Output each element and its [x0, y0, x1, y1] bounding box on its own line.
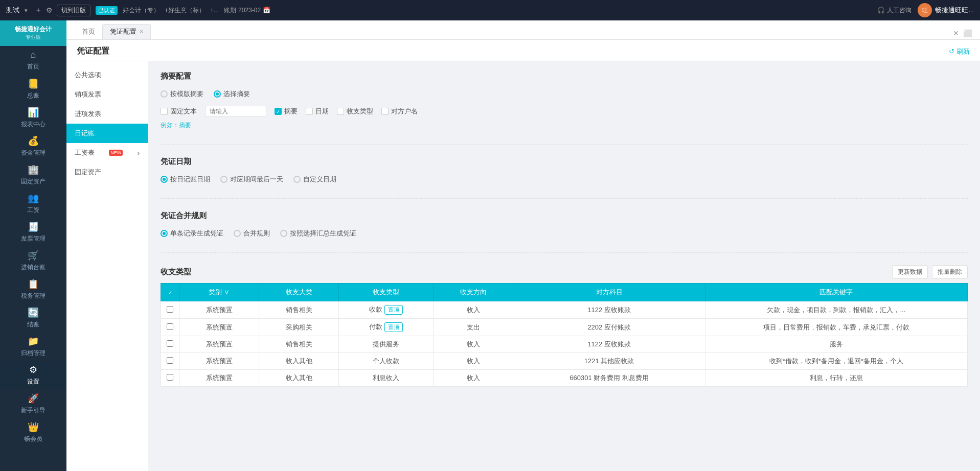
sidebar-item-salary[interactable]: 👥 工资: [0, 189, 66, 218]
sidebar-item-member[interactable]: 👑 畅会员: [0, 418, 66, 446]
sidebar-item-reports[interactable]: 📊 报表中心: [0, 103, 66, 132]
left-nav-payroll[interactable]: 工资表 NEW ›: [66, 143, 148, 162]
top-bar-actions: ＋ ⚙ 切到旧版: [35, 5, 90, 16]
row-checkbox-3[interactable]: [167, 357, 173, 364]
sidebar-item-purchase[interactable]: 🛒 进销台账: [0, 246, 66, 275]
merge-section-title: 凭证合并规则: [161, 211, 968, 221]
td-checkbox-4[interactable]: [161, 370, 179, 387]
row-checkbox-1[interactable]: [167, 323, 173, 330]
radio-period-last-circle: [220, 176, 227, 183]
consult-button[interactable]: 🎧 人工咨询: [877, 6, 911, 15]
radio-single-label: 单条记录生成凭证: [170, 229, 223, 238]
tab-voucher-config-label: 凭证配置: [110, 27, 136, 36]
purchase-icon: 🛒: [28, 250, 39, 261]
radio-journal-date[interactable]: 按日记账日期: [161, 175, 210, 184]
switch-version-btn[interactable]: 切到旧版: [57, 5, 90, 16]
settlement-icon: 🔄: [28, 307, 39, 318]
calendar-icon[interactable]: 📅: [263, 7, 270, 14]
td-keywords-1: 项目，日常费用，报销款，车费，承兑汇票，付款: [705, 319, 967, 336]
sidebar-item-archive[interactable]: 📁 归档管理: [0, 332, 66, 361]
checkbox-fixed-text[interactable]: 固定文本: [161, 107, 197, 116]
td-major-2: 销售相关: [259, 336, 339, 353]
checkbox-date-label: 日期: [315, 107, 329, 116]
sidebar-item-home[interactable]: ⌂ 首页: [0, 46, 66, 75]
left-nav-fixed-assets[interactable]: 固定资产: [66, 162, 148, 182]
sidebar-label-funds: 资金管理: [21, 149, 45, 157]
tab-close-window-icon[interactable]: ✕: [953, 29, 959, 37]
sidebar-label-archive: 归档管理: [21, 349, 45, 358]
radio-merge-rule[interactable]: 合并规则: [234, 229, 270, 238]
checkbox-type[interactable]: 收支类型: [337, 107, 373, 116]
radio-select-circle: [214, 90, 221, 98]
update-data-btn[interactable]: 更新数据: [892, 265, 928, 279]
left-nav-public[interactable]: 公共选项: [66, 65, 148, 85]
radio-custom-date[interactable]: 自定义日期: [293, 175, 336, 184]
radio-select-total-circle: [280, 230, 287, 237]
td-checkbox-1[interactable]: [161, 319, 179, 336]
user-menu[interactable]: 旺 畅捷通旺旺...: [918, 3, 974, 17]
plus-icon[interactable]: ＋: [35, 6, 42, 15]
checkbox-counterparty[interactable]: 对方户名: [381, 107, 418, 116]
left-nav-purchase-invoice[interactable]: 进项发票: [66, 104, 148, 124]
radio-journal-date-label: 按日记账日期: [170, 175, 210, 184]
sidebar-item-guide[interactable]: 🚀 新手引导: [0, 389, 66, 418]
sidebar-item-settings[interactable]: ⚙ 设置: [0, 361, 66, 389]
td-category-4: 系统预置: [179, 370, 259, 387]
row-checkbox-4[interactable]: [167, 374, 173, 381]
sidebar-item-tax[interactable]: 📋 税务管理: [0, 275, 66, 303]
fixed-text-input[interactable]: [205, 106, 266, 117]
checkbox-type-box: [337, 108, 344, 115]
right-content: 摘要配置 按模版摘要 选择摘要: [148, 61, 980, 471]
home-icon: ⌂: [31, 50, 36, 60]
merge-section: 凭证合并规则 单条记录生成凭证 合并规则: [161, 211, 968, 238]
batch-delete-btn[interactable]: 批量删除: [932, 265, 968, 279]
radio-select[interactable]: 选择摘要: [214, 89, 250, 99]
checkbox-date[interactable]: 日期: [306, 107, 329, 116]
tab-voucher-config[interactable]: 凭证配置 ×: [102, 24, 151, 39]
tab-bar: 首页 凭证配置 × ✕ ⬜: [66, 20, 980, 40]
radio-single[interactable]: 单条记录生成凭证: [161, 229, 223, 238]
date-radio-group: 按日记账日期 对应期间最后一天 自定义日期: [161, 175, 968, 184]
td-checkbox-0[interactable]: [161, 301, 179, 319]
tab-close-icon[interactable]: ×: [140, 28, 143, 35]
refresh-button[interactable]: ↺ 刷新: [949, 47, 970, 56]
radio-template[interactable]: 按模版摘要: [161, 89, 203, 99]
cashflow-table: ✓ 类别 ∨ 收支大类 收支类型 收支方向 对方科目 匹配关键字: [161, 283, 968, 387]
left-nav-sales-invoice[interactable]: 销项发票: [66, 85, 148, 104]
td-category-1: 系统预置: [179, 319, 259, 336]
tab-maximize-icon[interactable]: ⬜: [963, 29, 972, 37]
top-bar-dropdown-icon[interactable]: ▾: [25, 7, 28, 14]
top-tag-0[interactable]: 置顶: [384, 305, 403, 315]
td-checkbox-3[interactable]: [161, 353, 179, 370]
left-nav-journal[interactable]: 日记账: [66, 124, 148, 143]
divider-3: [161, 252, 968, 253]
radio-select-total-label: 按照选择汇总生成凭证: [290, 229, 356, 238]
table-row: 系统预置 收入其他 利息收入 收入 660301 财务费用 利息费用 利息，行转…: [161, 370, 968, 387]
td-account-2: 1122 应收账款: [513, 336, 705, 353]
table-header-bar: 收支类型 更新数据 批量删除: [161, 265, 968, 279]
sidebar-item-assets[interactable]: 🏢 固定资产: [0, 160, 66, 189]
settings-icon[interactable]: ⚙: [46, 6, 53, 14]
sidebar-label-settings: 设置: [27, 378, 39, 386]
assets-icon: 🏢: [28, 164, 39, 175]
radio-period-last[interactable]: 对应期间最后一天: [220, 175, 283, 184]
row-checkbox-0[interactable]: [167, 306, 173, 313]
td-checkbox-2[interactable]: [161, 336, 179, 353]
checkbox-summary-box: ✓: [275, 108, 282, 115]
accounting-tag: 好会计（专）: [123, 6, 159, 15]
sidebar-item-ledger[interactable]: 📒 总账: [0, 75, 66, 103]
sidebar-item-settlement[interactable]: 🔄 结账: [0, 303, 66, 332]
sidebar-item-funds[interactable]: 💰 资金管理: [0, 132, 66, 160]
tab-home[interactable]: 首页: [75, 24, 102, 39]
row-checkbox-2[interactable]: [167, 340, 173, 347]
th-checkbox[interactable]: ✓: [161, 284, 179, 301]
more-tags: +...: [210, 7, 219, 14]
radio-select-total[interactable]: 按照选择汇总生成凭证: [280, 229, 356, 238]
top-tag-1[interactable]: 置顶: [384, 322, 403, 332]
td-keywords-4: 利息，行转，还息: [705, 370, 967, 387]
guide-icon: 🚀: [28, 393, 39, 404]
sidebar-item-invoices[interactable]: 🧾 发票管理: [0, 218, 66, 246]
tax-icon: 📋: [28, 278, 39, 290]
checkbox-summary[interactable]: ✓ 摘要: [275, 107, 298, 116]
date-section-title: 凭证日期: [161, 157, 968, 167]
